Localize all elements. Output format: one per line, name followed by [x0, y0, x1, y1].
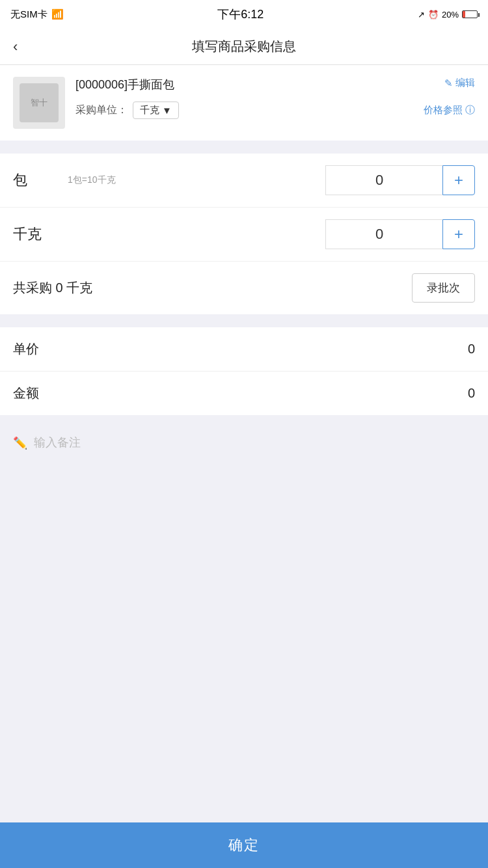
- nav-bar: ‹ 填写商品采购信息: [0, 29, 488, 65]
- confirm-button[interactable]: 确定: [0, 822, 488, 868]
- edit-button[interactable]: ✎ 编辑: [444, 77, 475, 89]
- unit-label: 采购单位：: [75, 103, 128, 117]
- pencil-icon: ✏️: [13, 436, 27, 450]
- plus-button-bao[interactable]: +: [442, 165, 475, 195]
- amount-row: 金额 0: [0, 372, 488, 415]
- separator-1: [0, 147, 488, 154]
- product-thumbnail: 智十: [13, 77, 65, 129]
- bottom-space: [0, 474, 488, 604]
- unit-value: 千克: [140, 104, 159, 116]
- quantity-sublabel-bao: 1包=10千克: [68, 174, 325, 186]
- wifi-icon: 📶: [51, 8, 64, 20]
- battery-pct: 20%: [442, 10, 459, 20]
- unit-price-label: 单价: [13, 340, 39, 358]
- quantity-input-wrap-bao: +: [325, 165, 475, 195]
- notes-section[interactable]: ✏️ 输入备注: [0, 422, 488, 474]
- unit-price-value: 0: [468, 342, 475, 357]
- price-ref-label: 价格参照: [424, 104, 463, 116]
- quantity-input-wrap-kg: +: [325, 219, 475, 249]
- product-logo: 智十: [20, 83, 59, 122]
- status-right: ↗ ⏰ 20%: [418, 10, 478, 20]
- alarm-icon: ⏰: [428, 10, 439, 20]
- amount-value: 0: [468, 386, 475, 401]
- product-name-row: [0000006]手撕面包 ✎ 编辑: [75, 77, 475, 92]
- quantity-row-kg: 千克 +: [0, 208, 488, 261]
- summary-text: 共采购 0 千克: [13, 279, 92, 297]
- status-time: 下午6:12: [217, 7, 264, 22]
- carrier-label: 无SIM卡: [10, 8, 47, 21]
- unit-price-row: 单价 0: [0, 327, 488, 372]
- separator-2: [0, 321, 488, 327]
- amount-label: 金额: [13, 385, 39, 402]
- page-title: 填写商品采购信息: [192, 38, 296, 55]
- battery-icon: [462, 10, 478, 18]
- edit-icon: ✎: [444, 77, 453, 89]
- help-icon: ⓘ: [465, 104, 475, 116]
- quantity-input-bao[interactable]: [325, 165, 442, 195]
- quantity-section: 包 1包=10千克 + 千克 + 共采购 0 千克 录批次: [0, 154, 488, 314]
- chevron-down-icon: ▼: [162, 105, 172, 116]
- product-name: [0000006]手撕面包: [75, 77, 174, 92]
- quantity-row-bao: 包 1包=10千克 +: [0, 154, 488, 208]
- unit-select[interactable]: 千克 ▼: [133, 102, 179, 119]
- edit-label: 编辑: [455, 77, 475, 89]
- unit-row: 采购单位： 千克 ▼ 价格参照 ⓘ: [75, 102, 475, 119]
- product-info: [0000006]手撕面包 ✎ 编辑 采购单位： 千克 ▼ 价格参照 ⓘ: [75, 77, 475, 119]
- price-ref-button[interactable]: 价格参照 ⓘ: [424, 104, 475, 116]
- status-carrier: 无SIM卡 📶: [10, 8, 64, 21]
- quantity-label-kg: 千克: [13, 224, 65, 244]
- notes-placeholder: 输入备注: [34, 435, 81, 450]
- plus-button-kg[interactable]: +: [442, 219, 475, 249]
- location-icon: ↗: [418, 10, 425, 20]
- record-batch-button[interactable]: 录批次: [412, 273, 475, 303]
- product-card: 智十 [0000006]手撕面包 ✎ 编辑 采购单位： 千克 ▼ 价格参照 ⓘ: [0, 65, 488, 141]
- back-button[interactable]: ‹: [8, 33, 23, 61]
- summary-section: 共采购 0 千克 录批次: [0, 261, 488, 314]
- quantity-input-kg[interactable]: [325, 219, 442, 249]
- price-section: 单价 0 金额 0: [0, 327, 488, 415]
- status-bar: 无SIM卡 📶 下午6:12 ↗ ⏰ 20%: [0, 0, 488, 29]
- quantity-label-bao: 包: [13, 170, 65, 190]
